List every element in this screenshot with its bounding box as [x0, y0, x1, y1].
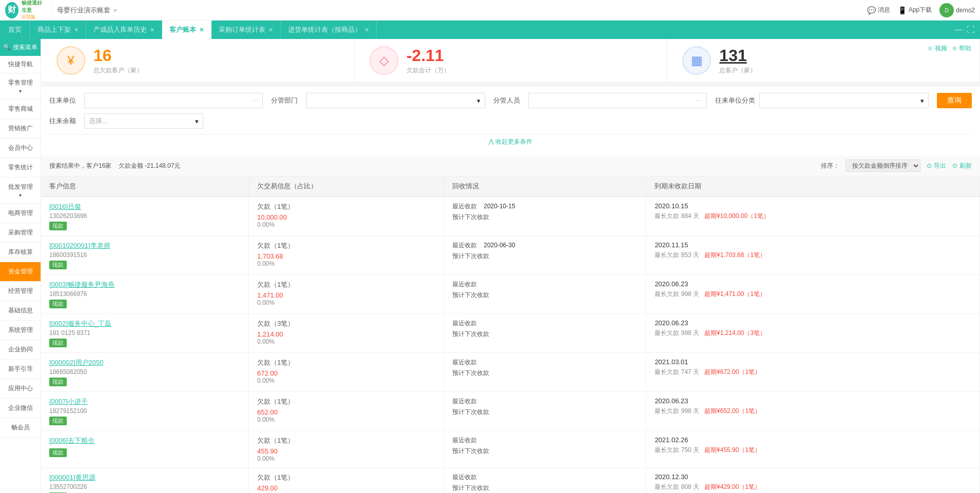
content-area: ¥ 16 总欠款客户（家） ◇ -2.11 欠款合计（万） ▦ 131 总客户（… — [41, 39, 980, 493]
debt-amount-6[interactable]: 455.90 — [257, 447, 435, 455]
sidebar-item-retail-mall[interactable]: 零售商城 — [0, 100, 41, 119]
tab-home[interactable]: 首页 — [0, 21, 30, 39]
debt-amount-7[interactable]: 429.00 — [257, 484, 435, 492]
sidebar-item-enterprise-wechat[interactable]: 企业微信 — [0, 399, 41, 418]
customer-link-1[interactable]: [0001020001]李老师 — [49, 241, 240, 250]
top-bar: 财 畅捷通好生意 示范版 母婴行业演示账套 ▾ 💬 消息 📱 App下载 D d… — [0, 0, 980, 21]
tab-close-product-history[interactable]: ✕ — [150, 27, 155, 33]
sidebar-item-enterprise-coop[interactable]: 企业协同 — [0, 340, 41, 360]
sidebar-item-new-guide[interactable]: 新手引导 — [0, 360, 41, 379]
balance-input[interactable]: 选择... ▾ — [84, 113, 203, 129]
dept-input[interactable]: ▾ — [306, 93, 485, 108]
total-customers-icon: ▦ — [682, 46, 711, 75]
sidebar-item-purchase[interactable]: 采购管理 — [0, 223, 41, 243]
tab-customer-account[interactable]: 客户账本 ✕ — [162, 21, 212, 39]
debt-customers-value: 16 — [93, 46, 143, 65]
debt-pct-0: 0.00% — [257, 221, 435, 228]
tab-close-customer-account[interactable]: ✕ — [199, 27, 204, 33]
cell-due-date-3: 2020.06.23 最长欠款 998 天 超期¥1,214.00（3笔） — [646, 314, 980, 353]
user-menu[interactable]: D demo2 — [939, 3, 975, 17]
source-unit-input[interactable]: ··· — [84, 93, 263, 108]
overdue-link-4[interactable]: 超期¥672.00（1笔） — [704, 368, 761, 376]
cell-due-date-1: 2020.11.15 最长欠款 853 天 超期¥1,703.68（1笔） — [646, 236, 980, 275]
customer-link-7[interactable]: [000001]黄思源 — [49, 473, 240, 482]
debt-amount-3[interactable]: 1,214.00 — [257, 330, 435, 338]
customer-link-6[interactable]: [0006]去下粮仓 — [49, 436, 240, 445]
debt-pct-5: 0.00% — [257, 416, 435, 423]
balance-label: 往来余额 — [49, 116, 80, 126]
cell-debt-info-4: 欠款（1笔） 672.00 0.00% — [248, 353, 444, 392]
tab-close-goods-shelf[interactable]: ✕ — [74, 27, 79, 33]
message-btn[interactable]: 💬 消息 — [867, 6, 890, 14]
tab-product-history[interactable]: 产成品入库单历史 ✕ — [86, 21, 162, 39]
customer-link-2[interactable]: [0003]畅捷服务尹海燕 — [49, 280, 240, 289]
cell-customer-info-4: [000002]用户2050 18665062050 现款 — [41, 353, 248, 392]
overdue-link-5[interactable]: 超期¥652.00（1笔） — [704, 407, 761, 415]
overdue-link-1[interactable]: 超期¥1,703.68（1笔） — [704, 251, 766, 259]
cell-due-date-7: 2020.12.30 最长欠款 808 天 超期¥429.00（1笔） — [646, 468, 980, 494]
sidebar-quick-nav[interactable]: 快捷导航 — [0, 56, 41, 73]
help-btn[interactable]: ⊙ 帮助 — [952, 44, 971, 53]
overdue-link-6[interactable]: 超期¥455.90（1笔） — [704, 446, 761, 453]
sidebar-item-capital[interactable]: 资金管理 — [0, 262, 41, 282]
export-btn[interactable]: ⊙ 导出 — [927, 162, 946, 170]
sidebar-item-inventory[interactable]: 库存核算 — [0, 243, 41, 262]
overdue-link-3[interactable]: 超期¥1,214.00（3笔） — [704, 329, 766, 337]
app-download-btn[interactable]: 📱 App下载 — [898, 6, 932, 14]
cell-customer-info-1: [0001020001]李老师 18600391516 现款 — [41, 236, 248, 275]
customer-phone-0: 13026203696 — [49, 212, 240, 220]
sidebar-item-vip-member[interactable]: 畅会员 — [0, 418, 41, 438]
overdue-link-0[interactable]: 超期¥10,000.00（1笔） — [704, 212, 770, 220]
overdue-link-2[interactable]: 超期¥1,471.00（1笔） — [704, 290, 766, 298]
refresh-btn[interactable]: ⊙ 刷新 — [952, 162, 972, 170]
debt-amount-1[interactable]: 1,703.68 — [257, 252, 435, 260]
customer-link-5[interactable]: [0007]小进干 — [49, 397, 240, 406]
debt-count-4: 欠款（1笔） — [257, 358, 435, 367]
dept-dropdown-icon: ▾ — [477, 97, 481, 105]
debt-pct-3: 0.00% — [257, 338, 435, 345]
overdue-link-7[interactable]: 超期¥429.00（1笔） — [704, 483, 761, 490]
tab-purchase-order[interactable]: 采购订单统计表 ✕ — [212, 21, 281, 39]
sidebar-item-ecommerce[interactable]: 电商管理 — [0, 204, 41, 223]
tab-minimize-btn[interactable]: — — [954, 25, 963, 34]
debt-amount-4[interactable]: 672.00 — [257, 369, 435, 377]
tab-bar-actions: — ⛶ — [949, 21, 980, 39]
video-btn[interactable]: ⊙ 视频 — [928, 44, 947, 53]
overdue-days-7: 最长欠款 808 天 超期¥429.00（1笔） — [655, 483, 971, 491]
due-date-value-5: 2020.06.23 — [655, 397, 971, 405]
sidebar-item-basic-info[interactable]: 基础信息 — [0, 301, 41, 321]
unit-category-input[interactable]: ▾ — [759, 93, 929, 108]
search-button[interactable]: 查询 — [937, 93, 972, 108]
sidebar: 🔍 搜索菜单 快捷导航 零售管理 ▾ 零售商城 营销推广 会员中心 零售统计 批… — [0, 39, 41, 493]
customer-link-3[interactable]: [0002]服务中心_丁磊 — [49, 319, 240, 328]
customer-link-0[interactable]: [0016]吕俊 — [49, 202, 240, 211]
due-date-value-0: 2020.10.15 — [655, 202, 971, 210]
debt-amount-2[interactable]: 1,471.00 — [257, 291, 435, 299]
tab-close-purchase-order[interactable]: ✕ — [268, 27, 273, 33]
debt-amount-5[interactable]: 652.00 — [257, 408, 435, 416]
sidebar-item-retail-mgmt[interactable]: 零售管理 ▾ — [0, 73, 41, 100]
sidebar-item-retail-stats[interactable]: 零售统计 — [0, 158, 41, 178]
table-header: 客户信息 欠交易信息（占比） 回收情况 到期未收款日期 — [41, 176, 980, 196]
phone-icon: 📱 — [898, 6, 907, 14]
debt-amount-0[interactable]: 10,000.00 — [257, 213, 435, 221]
sidebar-item-member[interactable]: 会员中心 — [0, 139, 41, 158]
sidebar-item-operations[interactable]: 经营管理 — [0, 282, 41, 301]
sort-select[interactable]: 按欠款金额倒序排序 按欠款金额正序排序 — [846, 160, 920, 172]
customer-link-4[interactable]: [000002]用户2050 — [49, 358, 240, 367]
sidebar-item-marketing[interactable]: 营销推广 — [0, 119, 41, 139]
sidebar-item-app-center[interactable]: 应用中心 — [0, 379, 41, 399]
sidebar-item-batch-mgmt[interactable]: 批发管理 ▾ — [0, 178, 41, 204]
company-dropdown-icon[interactable]: ▾ — [113, 6, 117, 14]
tab-close-stock-statistics[interactable]: ✕ — [364, 27, 369, 33]
tab-maximize-btn[interactable]: ⛶ — [967, 25, 975, 34]
sidebar-search[interactable]: 🔍 搜索菜单 — [0, 39, 41, 56]
table-row: [0001020001]李老师 18600391516 现款 欠款（1笔） 1,… — [41, 236, 980, 275]
sidebar-item-system[interactable]: 系统管理 — [0, 321, 41, 340]
collapse-bar[interactable]: ⋀ 收起更多条件 — [49, 134, 972, 149]
manager-input[interactable]: ··· — [528, 93, 707, 108]
customer-tag-4: 现款 — [49, 378, 67, 386]
refresh-icon: ⊙ — [952, 162, 957, 169]
tab-goods-shelf[interactable]: 商品上下架 ✕ — [30, 21, 86, 39]
tab-stock-statistics[interactable]: 进货单统计表（按商品） ✕ — [281, 21, 377, 39]
